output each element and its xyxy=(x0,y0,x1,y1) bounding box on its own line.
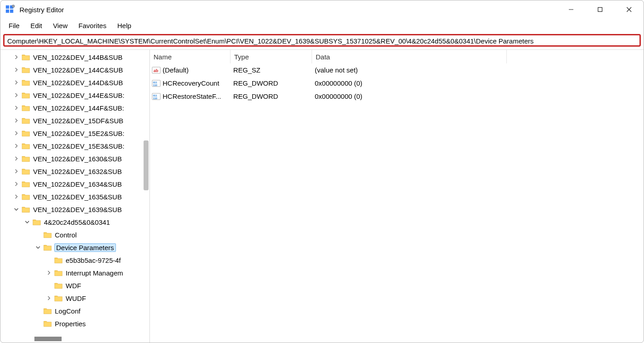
value-type: REG_DWORD xyxy=(231,92,312,100)
svg-point-4 xyxy=(12,5,14,8)
value-data: (value not set) xyxy=(312,66,507,74)
tree-horizontal-scrollbar[interactable] xyxy=(0,335,149,343)
tree-vertical-scrollbar[interactable] xyxy=(144,140,149,190)
values-list[interactable]: ab (Default)REG_SZ(value not set) 011 11… xyxy=(150,63,644,343)
tree-item[interactable]: VEN_1022&DEV_1630&SUB xyxy=(0,152,149,165)
menu-view[interactable]: View xyxy=(48,20,72,31)
tree-item-label: VEN_1022&DEV_144D&SUB xyxy=(33,79,123,87)
tree-item[interactable]: VEN_1022&DEV_15E3&SUB: xyxy=(0,140,149,152)
titlebar: Registry Editor xyxy=(0,0,644,19)
address-bar[interactable]: Computer\HKEY_LOCAL_MACHINE\SYSTEM\Curre… xyxy=(3,34,641,47)
svg-rect-2 xyxy=(6,10,9,13)
values-header: Name Type Data xyxy=(150,50,644,63)
tree-item-label: VEN_1022&DEV_144B&SUB xyxy=(33,53,123,61)
tree-item[interactable]: VEN_1022&DEV_15E2&SUB: xyxy=(0,127,149,140)
chevron-down-icon[interactable] xyxy=(35,244,41,251)
tree-item-label: VEN_1022&DEV_1630&SUB xyxy=(33,155,122,163)
tree-item[interactable]: VEN_1022&DEV_144D&SUB xyxy=(0,76,149,89)
values-panel: Name Type Data ab (Default)REG_SZ(value … xyxy=(150,50,644,343)
tree-horizontal-scrollbar-thumb[interactable] xyxy=(34,337,62,341)
menubar: File Edit View Favorites Help xyxy=(0,19,644,32)
svg-text:110: 110 xyxy=(153,97,157,100)
tree-item-label: VEN_1022&DEV_1639&SUB xyxy=(33,206,122,213)
registry-editor-window: Registry Editor File Edit View Favorites… xyxy=(0,0,644,343)
tree-item-label: VEN_1022&DEV_144E&SUB: xyxy=(33,92,125,99)
tree-item[interactable]: LogConf xyxy=(0,304,149,317)
tree-item[interactable]: WUDF xyxy=(0,292,149,304)
tree-item[interactable]: e5b3b5ac-9725-4f xyxy=(0,254,149,266)
tree-item-label: Interrupt Managem xyxy=(66,269,123,277)
tree-item-label: WUDF xyxy=(66,295,86,302)
chevron-right-icon[interactable] xyxy=(13,105,19,111)
main-split: VEN_1022&DEV_144B&SUB VEN_1022&DEV_144C&… xyxy=(0,49,644,343)
binary-value-icon: 011 110 xyxy=(152,79,161,88)
value-name: (Default) xyxy=(163,66,189,74)
chevron-right-icon[interactable] xyxy=(13,67,19,73)
tree-item-label: VEN_1022&DEV_15E2&SUB: xyxy=(33,130,125,137)
chevron-right-icon[interactable] xyxy=(13,181,19,187)
chevron-right-icon[interactable] xyxy=(13,117,19,124)
value-type: REG_DWORD xyxy=(231,79,312,87)
svg-text:ab: ab xyxy=(154,68,159,73)
column-header-type[interactable]: Type xyxy=(231,50,312,63)
chevron-down-icon[interactable] xyxy=(24,219,30,225)
tree-item-label: Control xyxy=(55,231,77,239)
window-controls xyxy=(557,0,644,19)
svg-rect-0 xyxy=(6,5,9,9)
chevron-right-icon[interactable] xyxy=(13,79,19,86)
address-bar-container: Computer\HKEY_LOCAL_MACHINE\SYSTEM\Curre… xyxy=(0,32,644,49)
chevron-right-icon[interactable] xyxy=(13,143,19,149)
close-button[interactable] xyxy=(615,0,644,19)
tree-item[interactable]: VEN_1022&DEV_15DF&SUB xyxy=(0,114,149,127)
value-row[interactable]: ab (Default)REG_SZ(value not set) xyxy=(150,63,644,77)
tree-item[interactable]: VEN_1022&DEV_144F&SUB: xyxy=(0,101,149,114)
chevron-right-icon[interactable] xyxy=(13,130,19,136)
tree-item[interactable]: VEN_1022&DEV_144B&SUB xyxy=(0,51,149,63)
chevron-right-icon[interactable] xyxy=(13,155,19,162)
app-icon xyxy=(5,5,15,14)
menu-favorites[interactable]: Favorites xyxy=(74,20,111,31)
tree-item-label: LogConf xyxy=(55,307,81,315)
window-title: Registry Editor xyxy=(19,6,557,14)
value-row[interactable]: 011 110 HCRecoveryCountREG_DWORD0x000000… xyxy=(150,77,644,90)
chevron-right-icon[interactable] xyxy=(46,270,52,276)
tree-item-label: VEN_1022&DEV_1635&SUB xyxy=(33,193,122,201)
tree-item[interactable]: VEN_1022&DEV_144C&SUB xyxy=(0,63,149,76)
svg-rect-6 xyxy=(598,8,602,12)
tree-item[interactable]: VEN_1022&DEV_1639&SUB xyxy=(0,203,149,216)
string-value-icon: ab xyxy=(152,66,161,75)
tree-item[interactable]: Properties xyxy=(0,317,149,330)
tree-item[interactable]: VEN_1022&DEV_1635&SUB xyxy=(0,190,149,203)
menu-edit[interactable]: Edit xyxy=(26,20,47,31)
chevron-right-icon[interactable] xyxy=(13,193,19,200)
tree-item-label: Device Parameters xyxy=(54,243,116,252)
maximize-button[interactable] xyxy=(586,0,615,19)
menu-help[interactable]: Help xyxy=(113,20,136,31)
chevron-right-icon[interactable] xyxy=(13,54,19,60)
column-header-data[interactable]: Data xyxy=(312,50,507,63)
chevron-right-icon[interactable] xyxy=(13,92,19,98)
value-row[interactable]: 011 110 HCRestoreStateF...REG_DWORD0x000… xyxy=(150,90,644,103)
tree-item[interactable]: Interrupt Managem xyxy=(0,266,149,279)
tree-item[interactable]: VEN_1022&DEV_1632&SUB xyxy=(0,165,149,178)
tree-item-label: VEN_1022&DEV_1632&SUB xyxy=(33,168,122,175)
tree-item[interactable]: 4&20c24d55&0&0341 xyxy=(0,216,149,228)
registry-tree[interactable]: VEN_1022&DEV_144B&SUB VEN_1022&DEV_144C&… xyxy=(0,50,149,335)
tree-item[interactable]: VEN_1022&DEV_144E&SUB: xyxy=(0,89,149,101)
chevron-down-icon[interactable] xyxy=(13,206,19,213)
menu-file[interactable]: File xyxy=(4,20,24,31)
binary-value-icon: 011 110 xyxy=(152,92,161,101)
minimize-button[interactable] xyxy=(557,0,586,19)
tree-item[interactable]: Control xyxy=(0,228,149,241)
tree-item[interactable]: Device Parameters xyxy=(0,241,149,254)
tree-item[interactable]: VEN_1022&DEV_1634&SUB xyxy=(0,178,149,190)
chevron-right-icon[interactable] xyxy=(46,295,52,301)
value-data: 0x00000000 (0) xyxy=(312,79,507,87)
tree-item-label: VEN_1022&DEV_1634&SUB xyxy=(33,180,122,188)
column-header-name[interactable]: Name xyxy=(150,50,231,63)
tree-item[interactable]: WDF xyxy=(0,279,149,292)
tree-item-label: VEN_1022&DEV_15DF&SUB xyxy=(33,117,123,125)
tree-item-label: VEN_1022&DEV_144F&SUB: xyxy=(33,104,124,112)
value-type: REG_SZ xyxy=(231,66,312,74)
chevron-right-icon[interactable] xyxy=(13,168,19,174)
